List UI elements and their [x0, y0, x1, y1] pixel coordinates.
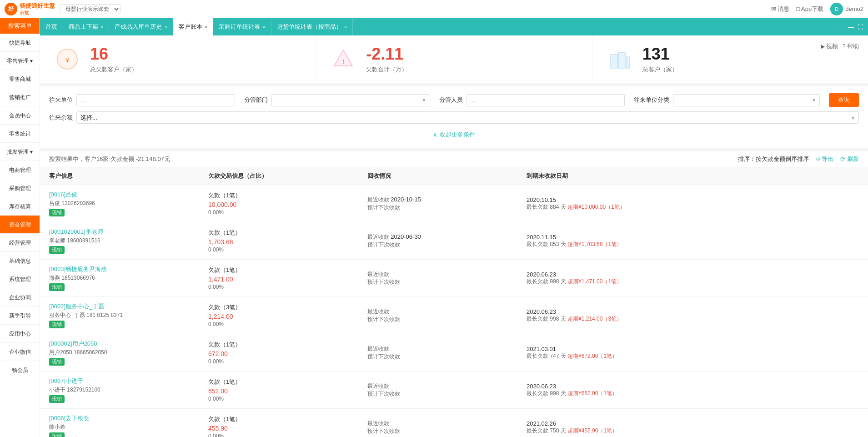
sidebar-item-quick-nav[interactable]: 快捷导航 [0, 34, 40, 52]
sort-selector[interactable]: 排序：按欠款金额倒序排序 [738, 155, 809, 163]
customer-name-1[interactable]: [0016]吕俊 [49, 191, 77, 198]
app-container: 好 畅捷通好生意 示范 母婴行业演示账套 ✉ 消息 □ App下载 D demo… [0, 0, 868, 437]
customer-name-2[interactable]: [0001020001]李老师 [49, 228, 103, 235]
export-btn[interactable]: ⊙ 导出 [816, 155, 834, 163]
filter-collapse[interactable]: ∧ 收起更多条件 [49, 128, 859, 141]
sidebar-item-inventory[interactable]: 库存核算 [0, 197, 40, 216]
sidebar-item-retail-mgmt[interactable]: 零售管理 ▾ [0, 52, 40, 70]
balance-label: 往来余额 [49, 114, 73, 122]
sidebar-item-vip[interactable]: 畅会员 [0, 361, 40, 379]
sidebar-item-newbie[interactable]: 新手引导 [0, 306, 40, 325]
top-bar: 好 畅捷通好生意 示范 母婴行业演示账套 ✉ 消息 □ App下载 D demo… [0, 0, 868, 18]
stat-icon-3 [606, 45, 633, 73]
stat-number-2: -2.11 [366, 45, 407, 64]
overdue-link-3[interactable]: 超期¥1,471.00（1笔） [567, 278, 622, 285]
customer-phone-5: 用户2050 18665062050 [49, 349, 208, 357]
due-info-2: 2020.11.15 最长欠款 853 天 超期¥1,703.68（1笔） [527, 234, 859, 248]
table-row: [0016]吕俊 吕俊 13026203696 现销 欠款（1笔） 10,000… [40, 185, 868, 222]
overdue-link-2[interactable]: 超期¥1,703.68（1笔） [567, 241, 622, 247]
collection-info-7: 最近收款 预计下次收款 [367, 420, 527, 435]
store-selector[interactable]: 母婴行业演示账套 [60, 4, 120, 14]
sidebar-item-finance[interactable]: 资金管理 [0, 216, 40, 234]
stat-label-3: 总客户（家） [642, 65, 678, 74]
results-summary: 搜索结果中，客户16家 欠款金额 -21,148.07元 [49, 155, 170, 163]
video-btn[interactable]: ▶ 视频 [821, 42, 838, 50]
logo-text: 畅捷通好生意 [20, 2, 55, 10]
person-input[interactable] [467, 94, 625, 106]
due-info-5: 2021.03.01 最长欠款 747 天 超期¥672.00（1笔） [527, 346, 859, 360]
logo-subtitle: 示范 [20, 10, 55, 16]
user-menu[interactable]: D demo2 [830, 3, 863, 15]
balance-select[interactable]: 选择... [76, 111, 859, 124]
logo-icon: 好 [5, 3, 17, 15]
unit-class-select[interactable] [673, 94, 820, 106]
tab-actions: — ⛶ [843, 24, 868, 30]
overdue-link-6[interactable]: 超期¥652.00（1笔） [567, 390, 617, 397]
sidebar-item-retail-mall[interactable]: 零售商城 [0, 70, 40, 88]
stat-card-2: ! -2.11 欠款合计（万） [316, 35, 592, 83]
collapse-icon: ∧ [433, 131, 437, 138]
sidebar-item-basic-info[interactable]: 基础信息 [0, 252, 40, 270]
refresh-btn[interactable]: ⟳ 刷新 [840, 155, 859, 163]
tab-home[interactable]: 首页 [40, 18, 63, 35]
tab-maximize-icon[interactable]: ⛶ [858, 24, 863, 30]
sidebar-item-member[interactable]: 会员中心 [0, 106, 40, 125]
customer-name-4[interactable]: [0002]服务中心_丁磊 [49, 303, 104, 310]
sidebar-item-apps[interactable]: 应用中心 [0, 325, 40, 343]
customer-name-7[interactable]: [0006]去下粮仓 [49, 415, 89, 422]
overdue-link-7[interactable]: 超期¥455.90（1笔） [567, 427, 617, 434]
overdue-link-5[interactable]: 超期¥672.00（1笔） [567, 353, 617, 359]
sidebar-item-enterprise[interactable]: 企业协同 [0, 288, 40, 306]
tab-purchase-stats[interactable]: 采购订单统计表 × [213, 18, 271, 35]
customer-name-3[interactable]: [0003]畅捷服务尹海燕 [49, 266, 107, 272]
due-info-6: 2020.06.23 最长欠款 998 天 超期¥652.00（1笔） [527, 383, 859, 397]
tab-prod-history[interactable]: 产成品入库单历史 × [109, 18, 173, 35]
tab-close-prod-history[interactable]: × [164, 24, 167, 30]
results-bar: 搜索结果中，客户16家 欠款金额 -21,148.07元 排序：按欠款金额倒序排… [40, 151, 868, 167]
filter-person: 分管人员 [439, 94, 625, 106]
tab-close-goods-shelf[interactable]: × [100, 24, 103, 30]
tab-close-purchase-stats[interactable]: × [262, 24, 265, 30]
sidebar-item-ecommerce[interactable]: 电商管理 [0, 161, 40, 179]
message-btn[interactable]: ✉ 消息 [771, 5, 790, 13]
sidebar-item-wechat[interactable]: 企业微信 [0, 343, 40, 361]
sidebar-item-retail-stats[interactable]: 零售统计 [0, 125, 40, 143]
sidebar-item-system[interactable]: 系统管理 [0, 270, 40, 288]
customer-name-6[interactable]: [0007]小进干 [49, 377, 83, 384]
dept-label: 分管部门 [244, 96, 268, 104]
table-header: 客户信息 欠款交易信息（占比） 回收情况 到期未收款日期 [40, 167, 868, 185]
top-bar-right: ✉ 消息 □ App下载 D demo2 [771, 3, 863, 15]
debt-info-3: 欠款（1笔） 1,471.00 0.00% [208, 266, 367, 290]
help-btn[interactable]: ? 帮助 [843, 42, 859, 50]
customer-badge-2: 现销 [49, 246, 65, 254]
sidebar-item-operations[interactable]: 经营管理 [0, 234, 40, 252]
customer-badge-5: 现销 [49, 358, 65, 366]
stat-card-3: 131 总客户（家） ▶ 视频 ? 帮助 [592, 35, 868, 83]
sidebar-search[interactable]: 搜索菜单 [0, 18, 40, 34]
customer-name-5[interactable]: [000002]用户2050 [49, 340, 97, 347]
tab-close-customer-account[interactable]: × [205, 24, 207, 30]
app-download-btn[interactable]: □ App下载 [796, 5, 823, 13]
customer-phone-6: 小进干 18279152100 [49, 386, 208, 394]
search-button[interactable]: 查询 [829, 93, 859, 107]
tab-close-inbound-stats[interactable]: × [344, 24, 347, 30]
overdue-link-4[interactable]: 超期¥1,214.00（3笔） [567, 316, 622, 322]
tab-goods-shelf[interactable]: 商品上下架 × [63, 18, 109, 35]
tab-inbound-stats[interactable]: 进货单统计表（按商品） × [271, 18, 353, 35]
svg-rect-6 [626, 57, 630, 68]
content-area: 首页 商品上下架 × 产成品入库单历史 × 客户账本 × 采购订单统计表 × [40, 18, 868, 437]
from-unit-input[interactable] [76, 94, 235, 106]
customer-info-2: [0001020001]李老师 李老师 18600391516 现销 [49, 228, 208, 254]
sidebar-item-batch-mgmt[interactable]: 批发管理 ▾ [0, 143, 40, 161]
filter-row-1: 往来单位 分管部门 分管人员 [49, 93, 859, 107]
dept-select[interactable] [271, 94, 430, 106]
tab-customer-account[interactable]: 客户账本 × [173, 18, 213, 35]
filter-unit-class: 往来单位分类 [634, 94, 820, 106]
sidebar-item-marketing[interactable]: 营销推广 [0, 88, 40, 106]
logo: 好 畅捷通好生意 示范 [5, 2, 55, 16]
overdue-link-1[interactable]: 超期¥10,000.00（1笔） [567, 204, 625, 210]
tab-minimize-icon[interactable]: — [848, 24, 854, 30]
sidebar-item-purchase[interactable]: 采购管理 [0, 179, 40, 197]
customer-phone-2: 李老师 18600391516 [49, 237, 208, 245]
stat-number-1: 16 [90, 45, 137, 64]
